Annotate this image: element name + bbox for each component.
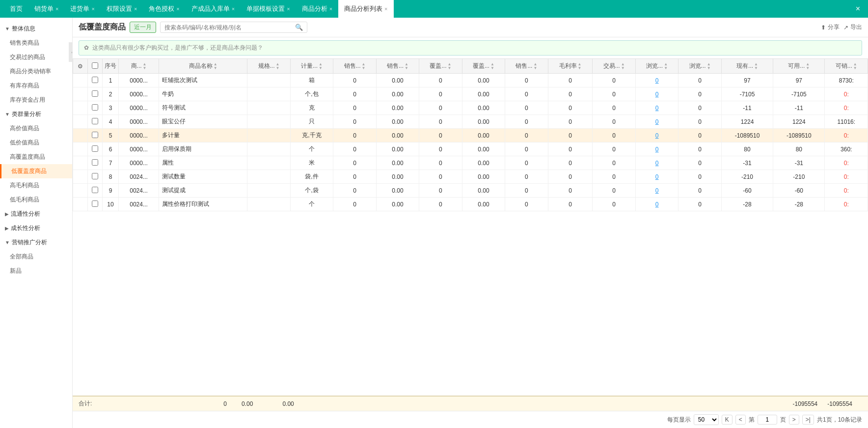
row-checkbox[interactable] bbox=[92, 173, 98, 179]
page-number-input[interactable] bbox=[758, 415, 777, 425]
available-column-header[interactable]: 可用...▲▼ bbox=[773, 59, 825, 74]
nav-template-settings[interactable]: 单据模板设置 × bbox=[241, 0, 296, 18]
period-button[interactable]: 近一月 bbox=[130, 22, 156, 33]
checkbox-cell[interactable] bbox=[88, 87, 103, 101]
nav-purchase-order[interactable]: 进货单 × bbox=[64, 0, 100, 18]
browse1-cell[interactable]: 0 bbox=[635, 156, 678, 170]
sidebar-item-traded-goods[interactable]: 交易过的商品 bbox=[0, 50, 72, 64]
sidebar-item-new-goods[interactable]: 新品 bbox=[0, 264, 72, 278]
row-checkbox[interactable] bbox=[92, 159, 98, 166]
current-stock-column-header[interactable]: 现有...▲▼ bbox=[721, 59, 773, 74]
row-checkbox[interactable] bbox=[92, 77, 98, 83]
sidebar-section-marketing[interactable]: ▼ 营销推广分析 bbox=[0, 235, 72, 250]
sidebar-item-stock-capital[interactable]: 库存资金占用 bbox=[0, 93, 72, 107]
share-button[interactable]: ⬆ 分享 bbox=[821, 23, 840, 31]
browse1-link[interactable]: 0 bbox=[655, 77, 659, 84]
nav-permissions[interactable]: 权限设置 × bbox=[101, 0, 143, 18]
browse1-cell[interactable]: 0 bbox=[635, 198, 678, 211]
export-button[interactable]: ↗ 导出 bbox=[843, 23, 862, 31]
transaction-column-header[interactable]: 交易...▲▼ bbox=[593, 59, 635, 74]
row-checkbox[interactable] bbox=[92, 145, 98, 152]
sidebar-section-liquidity[interactable]: ▶ 流通性分析 bbox=[0, 207, 72, 221]
sidebar-item-low-value[interactable]: 低价值商品 bbox=[0, 136, 72, 150]
sales-amt-column-header[interactable]: 销售...▲▼ bbox=[376, 59, 419, 74]
sidebar-collapse-btn[interactable]: « bbox=[69, 42, 73, 62]
checkbox-cell[interactable] bbox=[88, 170, 103, 184]
nav-close-analysis[interactable]: × bbox=[329, 6, 332, 12]
browse1-cell[interactable]: 0 bbox=[635, 115, 678, 129]
sidebar-item-sales-goods[interactable]: 销售类商品 bbox=[0, 36, 72, 50]
nav-close-finished[interactable]: × bbox=[232, 6, 235, 12]
row-checkbox[interactable] bbox=[92, 90, 98, 97]
sidebar-item-low-coverage[interactable]: 低覆盖度商品 bbox=[0, 164, 72, 178]
browse1-link[interactable]: 0 bbox=[655, 160, 659, 167]
checkbox-cell[interactable] bbox=[88, 101, 103, 115]
table-container[interactable]: ⚙ 序号 商...▲▼ 商品名称▲▼ 规格...▲▼ 计量...▲▼ 销售...… bbox=[73, 58, 868, 396]
sidebar-item-stocked-goods[interactable]: 有库存商品 bbox=[0, 79, 72, 93]
browse1-cell[interactable]: 0 bbox=[635, 184, 678, 198]
browse1-link[interactable]: 0 bbox=[655, 146, 659, 153]
browse1-link[interactable]: 0 bbox=[655, 173, 659, 180]
browse1-column-header[interactable]: 浏览...▲▼ bbox=[635, 59, 678, 74]
browse1-cell[interactable]: 0 bbox=[635, 74, 678, 87]
name-column-header[interactable]: 商品名称▲▼ bbox=[159, 59, 247, 74]
browse1-cell[interactable]: 0 bbox=[635, 170, 678, 184]
browse1-cell[interactable]: 0 bbox=[635, 101, 678, 115]
nav-close-role[interactable]: × bbox=[176, 6, 179, 12]
checkbox-cell[interactable] bbox=[88, 198, 103, 211]
sidebar-item-low-margin[interactable]: 低毛利商品 bbox=[0, 193, 72, 207]
settings-column-header[interactable]: ⚙ bbox=[73, 59, 88, 74]
row-checkbox[interactable] bbox=[92, 200, 98, 207]
browse1-link[interactable]: 0 bbox=[655, 132, 659, 139]
sales3-column-header[interactable]: 销售...▲▼ bbox=[505, 59, 548, 74]
sidebar-section-cluster[interactable]: ▼ 类群量分析 bbox=[0, 107, 72, 121]
row-checkbox[interactable] bbox=[92, 104, 98, 111]
row-checkbox[interactable] bbox=[92, 132, 98, 138]
nav-product-analysis[interactable]: 商品分析 × bbox=[296, 0, 338, 18]
code-column-header[interactable]: 商...▲▼ bbox=[119, 59, 159, 74]
checkbox-column-header[interactable] bbox=[88, 59, 103, 74]
nav-home[interactable]: 首页 bbox=[4, 0, 28, 18]
browse1-link[interactable]: 0 bbox=[655, 118, 659, 125]
coverage2-column-header[interactable]: 覆盖...▲▼ bbox=[462, 59, 505, 74]
sidebar-section-growth[interactable]: ▶ 成长性分析 bbox=[0, 221, 72, 235]
browse1-link[interactable]: 0 bbox=[655, 105, 659, 112]
select-all-checkbox[interactable] bbox=[92, 62, 98, 69]
nav-finished-goods[interactable]: 产成品入库单 × bbox=[186, 0, 241, 18]
next-page-btn[interactable]: > bbox=[789, 415, 799, 425]
last-page-btn[interactable]: >| bbox=[802, 415, 814, 425]
checkbox-cell[interactable] bbox=[88, 129, 103, 143]
nav-sales-order[interactable]: 销货单 × bbox=[28, 0, 64, 18]
sellable-column-header[interactable]: 可销...▲▼ bbox=[825, 59, 868, 74]
nav-close-purchase[interactable]: × bbox=[91, 6, 94, 12]
nav-close-sales-order[interactable]: × bbox=[55, 6, 58, 12]
search-icon[interactable]: 🔍 bbox=[295, 24, 303, 31]
unit-column-header[interactable]: 计量...▲▼ bbox=[290, 59, 333, 74]
row-checkbox[interactable] bbox=[92, 118, 98, 124]
prev-page-btn[interactable]: < bbox=[735, 415, 746, 425]
nav-close-permissions[interactable]: × bbox=[134, 6, 137, 12]
checkbox-cell[interactable] bbox=[88, 184, 103, 198]
window-close-btn[interactable]: × bbox=[852, 4, 864, 13]
browse1-link[interactable]: 0 bbox=[655, 187, 659, 194]
first-page-btn[interactable]: K bbox=[722, 415, 732, 425]
browse1-cell[interactable]: 0 bbox=[635, 87, 678, 101]
browse1-link[interactable]: 0 bbox=[655, 91, 659, 98]
checkbox-cell[interactable] bbox=[88, 115, 103, 129]
nav-role-auth[interactable]: 角色授权 × bbox=[143, 0, 185, 18]
nav-close-template[interactable]: × bbox=[287, 6, 290, 12]
sidebar-item-all-goods[interactable]: 全部商品 bbox=[0, 250, 72, 264]
row-checkbox[interactable] bbox=[92, 187, 98, 193]
sidebar-item-high-margin[interactable]: 高毛利商品 bbox=[0, 178, 72, 193]
browse1-cell[interactable]: 0 bbox=[635, 129, 678, 143]
browse1-link[interactable]: 0 bbox=[655, 201, 659, 208]
sidebar-item-high-coverage[interactable]: 高覆盖度商品 bbox=[0, 150, 72, 164]
checkbox-cell[interactable] bbox=[88, 156, 103, 170]
sidebar-section-overall[interactable]: ▼ 整体信息 bbox=[0, 22, 72, 36]
browse2-column-header[interactable]: 浏览...▲▼ bbox=[678, 59, 721, 74]
coverage1-column-header[interactable]: 覆盖...▲▼ bbox=[419, 59, 462, 74]
sales-qty-column-header[interactable]: 销售...▲▼ bbox=[333, 59, 376, 74]
gross-rate-column-header[interactable]: 毛利率▲▼ bbox=[548, 59, 593, 74]
nav-product-analysis-list[interactable]: 商品分析列表 × bbox=[338, 0, 393, 18]
checkbox-cell[interactable] bbox=[88, 74, 103, 87]
